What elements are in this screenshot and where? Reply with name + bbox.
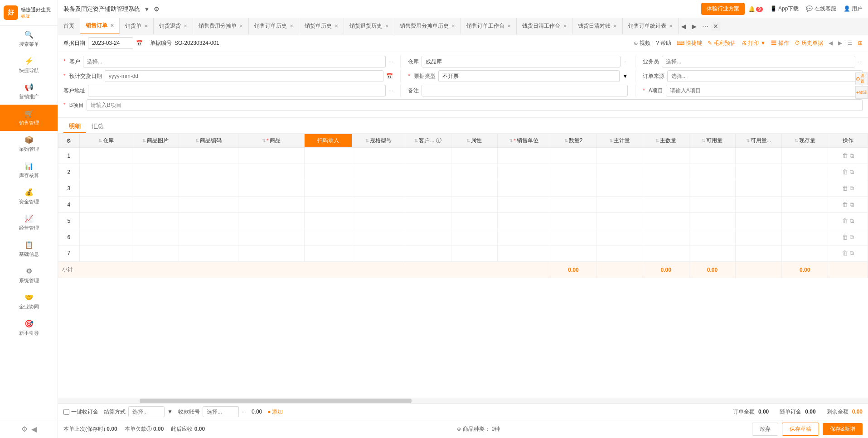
print-btn[interactable]: 🖨 打印 ▼ — [741, 39, 766, 47]
row-warehouse-2[interactable] — [79, 164, 132, 180]
row-stock-6[interactable] — [782, 229, 828, 245]
row-warehouse-7[interactable] — [79, 245, 132, 262]
top-settings-icon[interactable]: ▼ — [144, 5, 150, 13]
row-customer-code-5[interactable] — [405, 213, 451, 229]
tab-summary[interactable]: 汇总 — [86, 120, 109, 133]
row-copy-1[interactable]: ⧉ — [850, 152, 854, 159]
tab-item-1[interactable]: 销售订单✕ — [80, 18, 120, 34]
row-stock-1[interactable] — [782, 148, 828, 164]
tab-close-3[interactable]: ✕ — [184, 24, 187, 29]
row-customer-code-4[interactable] — [405, 197, 451, 213]
row-copy-3[interactable]: ⧉ — [850, 185, 854, 192]
tab-item-12[interactable]: 销售订单统计表✕ — [623, 18, 679, 34]
row-main-qty-4[interactable] — [643, 197, 689, 213]
sidebar-item-新手引导[interactable]: 🎯新手引导 — [0, 315, 58, 341]
row-available-5[interactable] — [689, 213, 735, 229]
row-attr-3[interactable] — [451, 180, 497, 197]
nav-prev-btn[interactable]: ◀ — [829, 40, 833, 46]
tab-close-12[interactable]: ✕ — [669, 24, 673, 29]
tab-close-10[interactable]: ✕ — [563, 24, 567, 29]
row-available2-5[interactable] — [735, 213, 781, 229]
row-unit-7[interactable] — [497, 245, 550, 262]
ticket-type-input[interactable] — [438, 70, 620, 82]
help-btn[interactable]: ? 帮助 — [656, 39, 671, 47]
row-qty2-6[interactable] — [550, 229, 596, 245]
row-customer-code-2[interactable] — [405, 164, 451, 180]
row-image-5[interactable] — [132, 213, 179, 229]
row-qty2-1[interactable] — [550, 148, 596, 164]
salesperson-input[interactable] — [662, 56, 855, 67]
row-copy-5[interactable]: ⧉ — [850, 217, 854, 225]
sidebar-item-经营管理[interactable]: 📈经营管理 — [0, 210, 58, 236]
top-gear-icon[interactable]: ⚙ — [154, 5, 160, 13]
tab-close-4[interactable]: ✕ — [239, 24, 243, 29]
th-scan[interactable]: 扫码录入 — [304, 134, 352, 148]
tab-prev-btn[interactable]: ◀ — [679, 23, 689, 30]
b-project-input[interactable] — [87, 99, 863, 111]
warehouse-dots[interactable]: ··· — [623, 58, 628, 65]
row-spec-7[interactable] — [352, 245, 405, 262]
history-btn[interactable]: ⏱ 历史单据 — [795, 39, 823, 47]
row-available-3[interactable] — [689, 180, 735, 197]
sidebar-item-营销推广[interactable]: 📢营销推广 — [0, 78, 58, 105]
settings-float-btn[interactable]: ⚙设置 — [855, 72, 868, 85]
row-qty2-4[interactable] — [550, 197, 596, 213]
row-main-qty-7[interactable] — [643, 245, 689, 262]
row-attr-2[interactable] — [451, 164, 497, 180]
save-new-button[interactable]: 保存&新增 — [823, 423, 863, 435]
row-main-unit-1[interactable] — [596, 148, 643, 164]
row-image-3[interactable] — [132, 180, 179, 197]
row-product-2[interactable] — [238, 164, 304, 180]
row-available2-6[interactable] — [735, 229, 781, 245]
row-qty2-5[interactable] — [550, 213, 596, 229]
tab-close-6[interactable]: ✕ — [335, 24, 338, 29]
row-main-qty-5[interactable] — [643, 213, 689, 229]
row-warehouse-6[interactable] — [79, 229, 132, 245]
tab-item-2[interactable]: 销货单✕ — [120, 18, 154, 34]
industry-plan-button[interactable]: 体验行业方案 — [701, 3, 745, 15]
row-warehouse-4[interactable] — [79, 197, 132, 213]
row-main-qty-3[interactable] — [643, 180, 689, 197]
sidebar-item-快捷导航[interactable]: ⚡快捷导航 — [0, 52, 58, 78]
row-unit-6[interactable] — [497, 229, 550, 245]
row-delete-3[interactable]: 🗑 — [842, 185, 848, 192]
tab-item-3[interactable]: 销货退货✕ — [154, 18, 193, 34]
view-btn[interactable]: ⊙ 视频 — [634, 39, 650, 47]
tab-close-2[interactable]: ✕ — [144, 24, 148, 29]
row-image-2[interactable] — [132, 164, 179, 180]
online-service-link[interactable]: 💬 在线客服 — [806, 5, 836, 13]
row-copy-2[interactable]: ⧉ — [850, 168, 854, 176]
row-warehouse-5[interactable] — [79, 213, 132, 229]
row-product-5[interactable] — [238, 213, 304, 229]
tab-close-all-btn[interactable]: ✕ — [711, 22, 720, 31]
nav-next-btn[interactable]: ▶ — [838, 40, 842, 46]
tab-next-btn[interactable]: ▶ — [689, 23, 699, 30]
row-copy-4[interactable]: ⧉ — [850, 201, 854, 208]
row-qty2-3[interactable] — [550, 180, 596, 197]
row-stock-4[interactable] — [782, 197, 828, 213]
tab-item-10[interactable]: 钱货日清工作台✕ — [517, 18, 572, 34]
row-image-1[interactable] — [132, 148, 179, 164]
tab-item-7[interactable]: 销货退货历史✕ — [344, 18, 394, 34]
row-unit-3[interactable] — [497, 180, 550, 197]
row-customer-code-3[interactable] — [405, 180, 451, 197]
row-copy-6[interactable]: ⧉ — [850, 234, 854, 241]
sidebar-item-系统管理[interactable]: ⚙系统管理 — [0, 262, 58, 289]
layout-grid-btn[interactable]: ⊞ — [858, 40, 863, 46]
remark-input[interactable] — [422, 85, 628, 96]
horizontal-scrollbar[interactable] — [58, 398, 868, 403]
tab-close-7[interactable]: ✕ — [385, 24, 388, 29]
row-delete-2[interactable]: 🗑 — [842, 168, 848, 176]
row-attr-5[interactable] — [451, 213, 497, 229]
operation-btn[interactable]: ☰ 操作 — [771, 39, 789, 47]
row-spec-1[interactable] — [352, 148, 405, 164]
row-stock-2[interactable] — [782, 164, 828, 180]
row-available2-4[interactable] — [735, 197, 781, 213]
row-available2-7[interactable] — [735, 245, 781, 262]
row-main-unit-6[interactable] — [596, 229, 643, 245]
settings-bottom-icon[interactable]: ⚙ — [21, 425, 28, 433]
row-code-4[interactable] — [179, 197, 238, 213]
row-qty2-7[interactable] — [550, 245, 596, 262]
row-attr-7[interactable] — [451, 245, 497, 262]
tab-close-1[interactable]: ✕ — [110, 23, 114, 28]
